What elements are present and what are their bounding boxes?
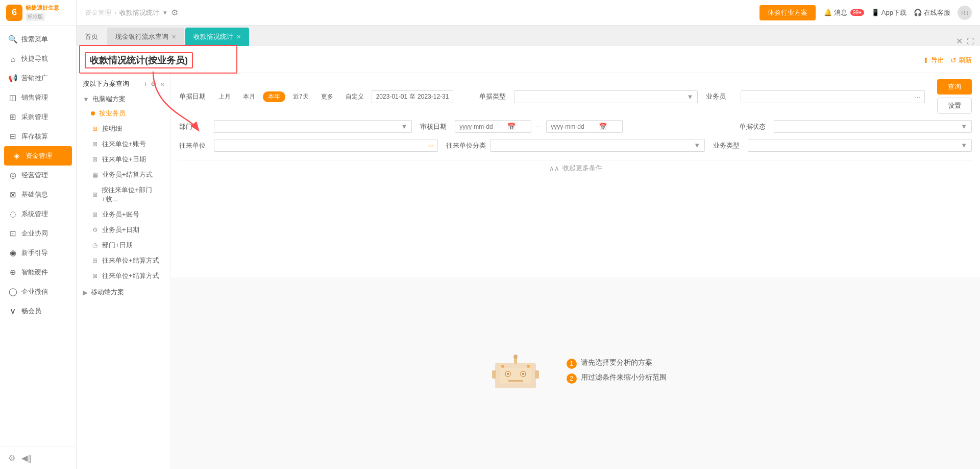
- scheme-collapse-icon[interactable]: «: [160, 80, 164, 88]
- window-expand-icon[interactable]: ⛶: [967, 37, 974, 45]
- scheme-item-partner-payment2[interactable]: ⊠ 往来单位+结算方式: [77, 268, 170, 284]
- tab-home[interactable]: 首页: [77, 28, 106, 46]
- operations-icon: ◎: [8, 171, 17, 180]
- date-btn-7days[interactable]: 近7天: [288, 91, 313, 103]
- counterpart-category-select[interactable]: ▼: [490, 139, 705, 152]
- scheme-item-detail[interactable]: ⊞ 按明细: [77, 121, 170, 136]
- sidebar-item-enterprise[interactable]: ⊡ 企业协同: [0, 224, 76, 243]
- scheme-settings-icon[interactable]: ⚙: [151, 80, 157, 88]
- sidebar-item-member[interactable]: V 畅会员: [0, 301, 76, 321]
- scheme-item-salesman-account[interactable]: ⊠ 业务员+账号: [77, 207, 170, 222]
- sidebar-item-inventory[interactable]: ⊟ 库存核算: [0, 127, 76, 146]
- footer-collapse-icon[interactable]: ◀‖: [21, 453, 32, 463]
- counterpart-more-btn[interactable]: ···: [428, 142, 433, 149]
- tab-collection-stats-close[interactable]: ✕: [236, 34, 241, 40]
- sidebar-item-hardware[interactable]: ⊕ 智能硬件: [0, 263, 76, 282]
- audit-date-to[interactable]: 📅: [546, 120, 623, 133]
- grid-icon: ⊞: [91, 125, 99, 133]
- topbar-right: 体验行业方案 🔔 消息 99+ 📱 App下载 🎧 在线客服: [760, 5, 972, 20]
- scheme-item-partner-dept[interactable]: ⊠ 按往来单位+部门+收...: [77, 182, 170, 207]
- sidebar-item-quick-nav[interactable]: ⌂ 快捷导航: [0, 49, 76, 68]
- scheme-item-salesman-date[interactable]: ⚙ 业务员+日期: [77, 222, 170, 238]
- calendar-icon-1[interactable]: 📅: [507, 123, 516, 130]
- topbar-breadcrumb-area[interactable]: 资金管理 › 收款情况统计: [85, 8, 159, 17]
- sidebar-item-basic[interactable]: ⊠ 基础信息: [0, 185, 76, 204]
- scheme-group-mobile-header[interactable]: ▶ 移动端方案: [77, 286, 170, 299]
- tab-bank-flow[interactable]: 现金银行流水查询 ✕: [107, 28, 184, 46]
- topbar-chevron-icon[interactable]: ▾: [163, 9, 167, 16]
- inventory-icon: ⊟: [8, 132, 17, 141]
- settings-icon-2: ⚙: [91, 226, 99, 234]
- tab-bank-flow-label: 现金银行流水查询: [115, 32, 168, 41]
- query-button[interactable]: 查询: [937, 79, 972, 95]
- footer-settings-icon[interactable]: ⚙: [8, 453, 15, 463]
- scheme-item-partner-date[interactable]: ⊠ 往来单位+日期: [77, 152, 170, 167]
- mobile-group-arrow: ▶: [83, 289, 88, 296]
- avatar[interactable]: Rit: [958, 6, 972, 20]
- scheme-item-active-dot: [91, 111, 95, 115]
- bell-icon: 🔔: [824, 9, 832, 16]
- date-btn-last-month[interactable]: 上月: [214, 91, 235, 103]
- sidebar-item-marketing[interactable]: 📢 营销推广: [0, 68, 76, 88]
- export-button[interactable]: ⬆ 导出: [923, 56, 944, 65]
- svg-point-5: [522, 373, 524, 376]
- salesman-select[interactable]: ···: [741, 90, 925, 103]
- collapse-button[interactable]: ∧∧ 收起更多条件: [179, 160, 972, 176]
- tab-collection-stats-label: 收款情况统计: [193, 32, 233, 41]
- dept-arrow: ▼: [401, 123, 407, 130]
- sidebar-item-purchase[interactable]: ⊞ 采购管理: [0, 107, 76, 127]
- date-range-display[interactable]: 2023-01-01 至 2023-12-31: [372, 90, 454, 103]
- doc-type-select[interactable]: ▼: [514, 90, 698, 103]
- trial-button[interactable]: 体验行业方案: [760, 5, 816, 20]
- sidebar-item-sales[interactable]: ◫ 销售管理: [0, 88, 76, 107]
- step-num-1: 1: [567, 359, 577, 369]
- scheme-item-partner-payment1[interactable]: ⊞ 往来单位+结算方式: [77, 253, 170, 268]
- scheme-item-salesman[interactable]: 按业务员: [77, 106, 170, 121]
- finance-icon: ◈: [12, 151, 21, 160]
- biz-type-select[interactable]: ▼: [748, 139, 972, 152]
- sidebar-item-wechat[interactable]: ◯ 企业微信: [0, 282, 76, 301]
- export-icon: ⬆: [923, 56, 929, 64]
- filter-dept-item: 部门 ▼: [179, 120, 412, 133]
- sidebar-item-operations[interactable]: ◎ 经营管理: [0, 166, 76, 185]
- messages-button[interactable]: 🔔 消息 99+: [824, 8, 864, 17]
- dept-select[interactable]: ▼: [214, 120, 412, 133]
- settings-button[interactable]: 设置: [937, 98, 972, 114]
- counterpart-select[interactable]: ···: [214, 139, 438, 152]
- date-btn-custom[interactable]: 自定义: [341, 91, 369, 103]
- scheme-item-salesman-payment[interactable]: ▦ 业务员+结算方式: [77, 167, 170, 182]
- sidebar-item-system[interactable]: ◌ 系统管理: [0, 204, 76, 224]
- page-title: 收款情况统计(按业务员): [85, 52, 193, 68]
- sidebar-item-search[interactable]: 🔍 搜索菜单: [0, 30, 76, 49]
- salesman-more-btn[interactable]: ···: [915, 93, 920, 101]
- audit-from-input[interactable]: [459, 123, 505, 130]
- calendar-icon-2[interactable]: 📅: [599, 123, 607, 130]
- tab-collection-stats[interactable]: 收款情况统计 ✕: [185, 28, 249, 46]
- main-content: 资金管理 › 收款情况统计 ▾ ⚙ 体验行业方案 🔔 消息 99+ 📱 App下…: [77, 0, 980, 469]
- mobile-group-label: 移动端方案: [91, 288, 124, 297]
- date-btn-this-year[interactable]: 本年: [263, 91, 285, 102]
- date-btn-this-month[interactable]: 本月: [238, 91, 260, 103]
- sidebar-item-finance[interactable]: ◈ 资金管理: [4, 146, 72, 166]
- date-btn-more[interactable]: 更多: [316, 91, 338, 103]
- date-options: 上月 本月 本年 近7天 更多 自定义 2023-01-01 至: [214, 90, 453, 103]
- topbar-gear-icon[interactable]: ⚙: [171, 8, 178, 17]
- online-service-button[interactable]: 🎧 在线客服: [914, 8, 950, 17]
- refresh-button[interactable]: ↺ 刷新: [950, 56, 972, 65]
- window-close-icon[interactable]: ✕: [956, 36, 963, 46]
- scheme-item-partner-account[interactable]: ⊠ 往来单位+账号: [77, 136, 170, 152]
- audit-date-from[interactable]: 📅: [455, 120, 531, 133]
- doc-status-select[interactable]: ▼: [774, 120, 972, 133]
- scheme-item-dept-date[interactable]: ◷ 部门+日期: [77, 238, 170, 253]
- app-download-button[interactable]: 📱 App下载: [871, 8, 906, 17]
- sidebar-item-guide[interactable]: ◉ 新手引导: [0, 243, 76, 263]
- svg-point-12: [527, 365, 530, 368]
- empty-step-1: 1 请先选择要分析的方案: [567, 358, 667, 369]
- scheme-add-icon[interactable]: +: [143, 80, 148, 88]
- audit-date-label: 审核日期: [420, 122, 451, 131]
- scheme-group-pc-header[interactable]: ▼ 电脑端方案: [77, 92, 170, 106]
- table-icon-3: ⊠: [91, 191, 99, 199]
- audit-to-input[interactable]: [551, 123, 597, 130]
- tab-bank-flow-close[interactable]: ✕: [172, 34, 176, 40]
- page-content: 收款情况统计(按业务员) ⬆ 导出 ↺ 刷新 按以下方: [77, 46, 980, 469]
